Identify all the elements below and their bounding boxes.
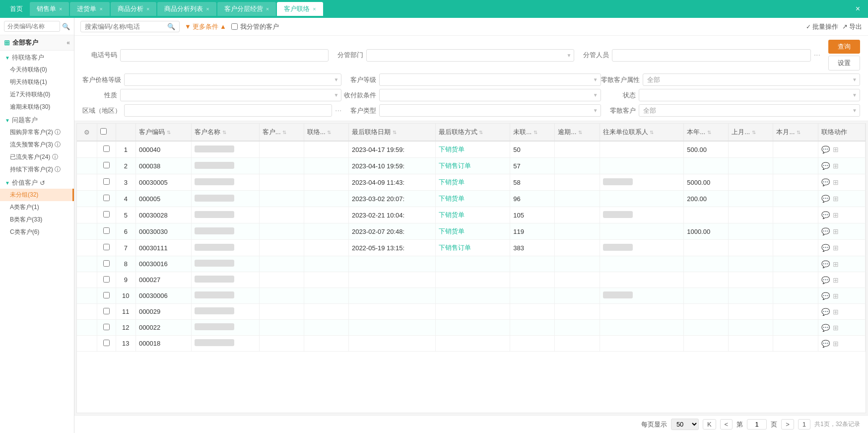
message-icon[interactable]: 💬 — [821, 195, 830, 203]
tab-product-analysis[interactable]: 商品分析 × — [111, 2, 156, 16]
export-button[interactable]: ↗ 导出 — [842, 22, 862, 31]
tab-sales-order[interactable]: 销售单 × — [30, 2, 69, 16]
tab-customer-contact[interactable]: 客户联络 × — [277, 2, 323, 16]
grid-action-icon[interactable]: ⊞ — [833, 244, 839, 252]
grid-action-icon[interactable]: ⊞ — [833, 308, 839, 316]
retail-customer-select[interactable]: 全部 — [639, 104, 860, 117]
next-page-button[interactable]: > — [781, 419, 794, 430]
row-settings[interactable] — [77, 207, 97, 223]
row-checkbox[interactable] — [97, 320, 116, 336]
phone-input[interactable] — [120, 49, 329, 62]
row-settings[interactable] — [77, 288, 97, 304]
sidebar-item-class-a[interactable]: A类客户(1) — [0, 201, 74, 214]
message-icon[interactable]: 💬 — [821, 227, 830, 235]
row-settings[interactable] — [77, 223, 97, 240]
overdue-column-header[interactable]: 逾期... ⇅ — [555, 124, 600, 141]
query-button[interactable]: 查询 — [828, 40, 860, 54]
row-checkbox[interactable] — [97, 223, 116, 240]
search-icon[interactable]: 🔍 — [62, 23, 70, 30]
price-level-select[interactable] — [124, 73, 341, 86]
more-icon[interactable]: ··· — [335, 106, 341, 115]
row-checkbox[interactable] — [97, 256, 116, 272]
refresh-icon[interactable]: ↺ — [40, 179, 45, 187]
grid-action-icon[interactable]: ⊞ — [833, 211, 839, 219]
row-settings[interactable] — [77, 158, 97, 174]
sidebar-item-class-c[interactable]: C类客户(6) — [0, 226, 74, 238]
region-input[interactable] — [124, 104, 332, 117]
more-icon[interactable]: ··· — [814, 51, 820, 60]
dept-select[interactable] — [366, 49, 575, 62]
row-settings[interactable] — [77, 174, 97, 191]
sidebar-item-class-b[interactable]: B类客户(33) — [0, 214, 74, 226]
sidebar-item-churned[interactable]: 已流失客户(24) ⓘ — [0, 151, 74, 163]
message-icon[interactable]: 💬 — [821, 292, 830, 300]
row-settings[interactable] — [77, 272, 97, 288]
tab-customer-tier[interactable]: 客户分层经营 × — [217, 2, 276, 16]
message-icon[interactable]: 💬 — [821, 308, 830, 316]
message-icon[interactable]: 💬 — [821, 276, 830, 284]
my-customers-checkbox[interactable] — [231, 23, 238, 30]
type-column-header[interactable]: 客户... ⇅ — [259, 124, 304, 141]
row-last-method[interactable]: 下销货单 — [435, 174, 510, 191]
close-icon[interactable]: × — [206, 2, 209, 16]
row-last-method[interactable]: 下销货单 — [435, 207, 510, 223]
row-settings[interactable] — [77, 320, 97, 336]
message-icon[interactable]: 💬 — [821, 244, 830, 252]
last-method-column-header[interactable]: 最后联络方式 ⇅ — [435, 124, 510, 141]
message-icon[interactable]: 💬 — [821, 145, 830, 153]
message-icon[interactable]: 💬 — [821, 211, 830, 219]
message-icon[interactable]: 💬 — [821, 260, 830, 268]
grid-action-icon[interactable]: ⊞ — [833, 292, 839, 300]
page-number-input[interactable] — [747, 419, 767, 430]
row-settings[interactable] — [77, 304, 97, 320]
row-last-method[interactable]: 下销货单 — [435, 223, 510, 240]
row-checkbox[interactable] — [97, 272, 116, 288]
this-month-column-header[interactable]: 本月... ⇅ — [773, 124, 818, 141]
row-settings[interactable] — [77, 141, 97, 158]
tab-home[interactable]: 首页 — [4, 2, 29, 16]
message-icon[interactable]: 💬 — [821, 324, 830, 332]
contacts-column-header[interactable]: 往来单位联系人 ⇅ — [600, 124, 684, 141]
batch-ops-button[interactable]: ✓ 批量操作 — [806, 22, 838, 31]
grid-action-icon[interactable]: ⊞ — [833, 260, 839, 268]
grid-action-icon[interactable]: ⊞ — [833, 178, 839, 186]
status-select[interactable] — [639, 89, 860, 101]
code-column-header[interactable]: 客户编码 ⇅ — [135, 124, 191, 141]
message-icon[interactable]: 💬 — [821, 178, 830, 186]
row-checkbox[interactable] — [97, 141, 116, 158]
sidebar-item-churn-warning[interactable]: 流失预警客户(3) ⓘ — [0, 139, 74, 151]
customer-level-select[interactable] — [379, 73, 601, 86]
last-month-column-header[interactable]: 上月... ⇅ — [729, 124, 773, 141]
row-checkbox[interactable] — [97, 174, 116, 191]
prev-page-button[interactable]: < — [720, 419, 733, 430]
grid-action-icon[interactable]: ⊞ — [833, 227, 839, 235]
row-checkbox[interactable] — [97, 191, 116, 207]
collapse-icon[interactable]: « — [67, 39, 70, 46]
sidebar-item-tomorrow-pending[interactable]: 明天待联络(1) — [0, 76, 74, 88]
grid-action-icon[interactable]: ⊞ — [833, 324, 839, 332]
row-settings[interactable] — [77, 191, 97, 207]
grid-action-icon[interactable]: ⊞ — [833, 195, 839, 203]
page-size-select[interactable]: 50 100 200 — [671, 419, 699, 430]
close-window-button[interactable]: × — [852, 4, 864, 13]
last-page-button[interactable]: 1 — [798, 419, 810, 430]
message-icon[interactable]: 💬 — [821, 162, 830, 170]
sidebar-item-hoarding-abnormal[interactable]: 囤购异常客户(2) ⓘ — [0, 126, 74, 139]
close-icon[interactable]: × — [266, 2, 269, 16]
category-search-input[interactable] — [4, 21, 60, 32]
row-last-method[interactable]: 下销货单 — [435, 191, 510, 207]
grid-action-icon[interactable]: ⊞ — [833, 162, 839, 170]
payment-select[interactable] — [379, 89, 601, 101]
close-icon[interactable]: × — [146, 2, 149, 16]
all-customers-header[interactable]: ⊞ 全部客户 « — [0, 35, 74, 51]
reset-button[interactable]: 设置 — [828, 56, 860, 71]
search-icon[interactable]: 🔍 — [167, 23, 175, 30]
grid-action-icon[interactable]: ⊞ — [833, 340, 839, 348]
row-checkbox[interactable] — [97, 207, 116, 223]
row-checkbox[interactable] — [97, 158, 116, 174]
row-checkbox[interactable] — [97, 288, 116, 304]
row-last-method[interactable]: 下销售订单 — [435, 240, 510, 256]
close-icon[interactable]: × — [313, 2, 316, 16]
row-settings[interactable] — [77, 256, 97, 272]
no-contact-column-header[interactable]: 未联... ⇅ — [510, 124, 555, 141]
